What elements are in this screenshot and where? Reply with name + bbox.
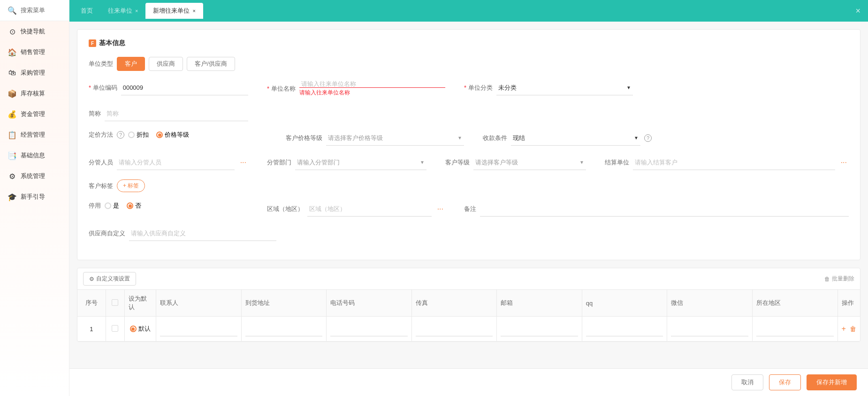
address-input-1[interactable] — [245, 321, 323, 336]
wechat-input-1[interactable] — [671, 321, 748, 336]
pricing-group: 定价方法 ? 折扣 价格等级 — [89, 131, 267, 139]
category-select[interactable]: 未分类 ▼ — [496, 80, 633, 95]
sidebar-label-system: 系统管理 — [21, 172, 45, 180]
inventory-icon: 📦 — [8, 89, 17, 98]
save-button[interactable]: 保存 — [769, 374, 801, 390]
unit-type-customer[interactable]: 客户 — [117, 57, 145, 71]
supplier-custom-input[interactable] — [129, 226, 276, 241]
tab-new-partner-close[interactable]: × — [192, 8, 195, 14]
qq-input-1[interactable] — [586, 321, 663, 336]
disabled-radio-no-label: 否 — [135, 202, 141, 210]
sidebar-label-shortcut: 快捷导航 — [21, 27, 45, 36]
td-location-1[interactable] — [753, 317, 838, 342]
tab-partner-label: 往来单位 — [108, 7, 132, 15]
th-fax: 传真 — [411, 290, 497, 317]
payment-terms-value: 现结 — [513, 134, 525, 142]
pricing-radio-discount-outer — [128, 132, 135, 138]
cancel-button[interactable]: 取消 — [731, 374, 763, 390]
manager-more-icon[interactable]: ··· — [238, 158, 248, 167]
td-default-1: 默认 — [124, 317, 156, 342]
row-checkbox-1[interactable] — [112, 325, 118, 332]
sidebar-item-guide[interactable]: 🎓 新手引导 — [0, 186, 69, 207]
td-wechat-1[interactable] — [667, 317, 753, 342]
form-footer: 取消 保存 保存并新增 — [69, 368, 868, 396]
sidebar-item-operation[interactable]: 📋 经营管理 — [0, 124, 69, 145]
name-error-msg: 请输入往来单位名称 — [299, 89, 445, 97]
fax-input-1[interactable] — [416, 321, 493, 336]
customer-price-level-placeholder: 请选择客户价格等级 — [328, 134, 383, 142]
name-group: 单位名称 请输入往来单位名称 — [267, 80, 445, 97]
unit-type-both[interactable]: 客户/供应商 — [187, 57, 235, 71]
customer-price-level-select[interactable]: 请选择客户价格等级 ▼ — [326, 131, 464, 146]
location-input-1[interactable] — [756, 321, 834, 336]
department-select[interactable]: 请输入分管部门 ▼ — [295, 155, 426, 170]
region-more-icon[interactable]: ··· — [435, 205, 445, 213]
add-tag-button[interactable]: + 标签 — [117, 179, 145, 192]
default-radio-1[interactable]: 默认 — [129, 325, 152, 333]
disabled-radio-yes[interactable]: 是 — [105, 202, 119, 210]
table-toolbar: ⚙ 自定义项设置 🗑 批量删除 — [77, 268, 860, 289]
remarks-input[interactable] — [480, 202, 849, 217]
sidebar-item-inventory[interactable]: 📦 库存核算 — [0, 83, 69, 104]
td-contact-1[interactable] — [156, 317, 242, 342]
pricing-radio-discount[interactable]: 折扣 — [128, 131, 149, 139]
tab-bar-close-button[interactable]: × — [852, 6, 864, 16]
tab-home[interactable]: 首页 — [73, 3, 100, 19]
pricing-radio-level-inner — [158, 133, 161, 137]
save-new-button[interactable]: 保存并新增 — [807, 374, 857, 390]
tab-partner[interactable]: 往来单位 × — [100, 3, 145, 19]
sidebar-item-shortcut[interactable]: ⊙ 快捷导航 — [0, 21, 69, 42]
customer-level-group: 客户等级 请选择客户等级 ▼ — [445, 155, 586, 170]
batch-delete-button[interactable]: 🗑 批量删除 — [824, 275, 854, 283]
unit-type-supplier[interactable]: 供应商 — [149, 57, 183, 71]
sidebar-item-sales[interactable]: 🏠 销售管理 — [0, 42, 69, 62]
unit-type-label: 单位类型 — [89, 60, 113, 68]
payment-terms-select[interactable]: 现结 ▼ — [511, 131, 640, 146]
guide-icon: 🎓 — [8, 192, 17, 202]
disabled-radio-no[interactable]: 否 — [127, 202, 141, 210]
disabled-radio-no-outer — [127, 202, 133, 209]
tab-home-label: 首页 — [81, 7, 93, 15]
custom-settings-button[interactable]: ⚙ 自定义项设置 — [83, 272, 136, 286]
phone-input-1[interactable] — [330, 321, 408, 336]
header-checkbox[interactable] — [112, 299, 118, 306]
sidebar-item-finance[interactable]: 💰 资金管理 — [0, 104, 69, 124]
pricing-radio-level-label: 价格等级 — [165, 131, 189, 139]
short-name-input[interactable] — [105, 106, 248, 121]
tab-new-partner-label: 新增往来单位 — [153, 7, 190, 15]
sidebar-item-system[interactable]: ⚙ 系统管理 — [0, 166, 69, 186]
td-action-1: + 🗑 — [838, 317, 860, 342]
settlement-unit-input[interactable] — [633, 155, 835, 170]
manager-input[interactable] — [117, 155, 235, 170]
code-input[interactable] — [121, 80, 248, 95]
default-radio-inner-1 — [131, 327, 135, 331]
contact-table: 序号 设为默认 联系人 到货地址 电话号码 传真 邮箱 qq 微信 所在地区 — [77, 289, 860, 342]
table-row: 1 默认 — [77, 317, 860, 342]
contact-input-1[interactable] — [160, 321, 237, 336]
region-input[interactable] — [307, 202, 432, 217]
department-chevron-icon: ▼ — [420, 160, 425, 165]
tab-partner-close[interactable]: × — [135, 8, 138, 14]
payment-terms-help-icon[interactable]: ? — [644, 134, 652, 142]
basic-info-card: F 基本信息 单位类型 客户 供应商 客户/供应商 单位编码 — [77, 29, 860, 260]
sidebar-label-finance: 资金管理 — [21, 110, 45, 118]
delete-row-button-1[interactable]: 🗑 — [850, 325, 856, 333]
settlement-unit-more-icon[interactable]: ··· — [839, 158, 849, 167]
tab-new-partner[interactable]: 新增往来单位 × — [145, 3, 203, 19]
sidebar-item-purchase[interactable]: 🛍 采购管理 — [0, 62, 69, 83]
name-input[interactable] — [299, 80, 445, 88]
pricing-help-icon[interactable]: ? — [117, 131, 124, 139]
sidebar-label-basic: 基础信息 — [21, 151, 45, 160]
sidebar-item-search[interactable]: 🔍 搜索菜单 — [0, 0, 69, 21]
add-row-button-1[interactable]: + — [842, 325, 846, 333]
td-address-1[interactable] — [241, 317, 327, 342]
email-input-1[interactable] — [501, 321, 578, 336]
customer-level-select[interactable]: 请选择客户等级 ▼ — [473, 155, 586, 170]
sidebar-item-basic[interactable]: 📑 基础信息 — [0, 145, 69, 166]
td-phone-1[interactable] — [327, 317, 412, 342]
pricing-radio-discount-label: 折扣 — [137, 131, 149, 139]
td-qq-1[interactable] — [582, 317, 667, 342]
td-email-1[interactable] — [497, 317, 582, 342]
td-fax-1[interactable] — [411, 317, 497, 342]
pricing-radio-level[interactable]: 价格等级 — [156, 131, 189, 139]
